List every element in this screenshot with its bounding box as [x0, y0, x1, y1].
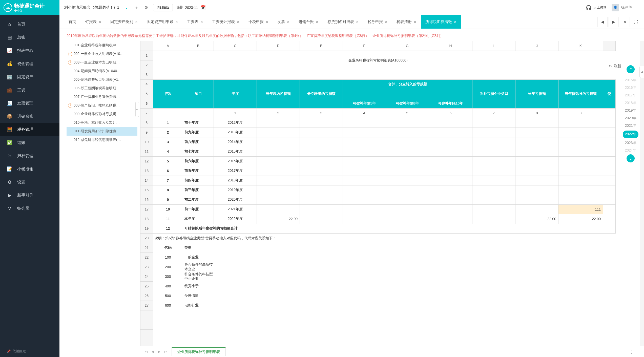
year-up-icon[interactable]: ⌃	[627, 65, 635, 73]
year-2021年[interactable]: 2021年	[621, 122, 640, 130]
headset-icon[interactable]: 🎧	[585, 4, 592, 11]
table-row[interactable]: 136前五年度2017年度	[140, 166, 616, 176]
switch-old-btn[interactable]: 切到旧版	[153, 4, 173, 11]
gear-icon[interactable]: ⚙	[142, 4, 150, 11]
sidebar-item-report[interactable]: 📝小畅报销	[0, 162, 59, 176]
tab-prev[interactable]: ◀	[597, 17, 608, 27]
table-row[interactable]: 92前九年度2013年度	[140, 128, 616, 137]
avatar-icon[interactable]: 👤	[612, 4, 619, 11]
close-icon[interactable]: ✕	[356, 20, 359, 24]
table-row[interactable]: 169前二年度2020年度	[140, 195, 616, 204]
sidebar-pin[interactable]: 📌取消固定	[0, 345, 59, 357]
close-icon[interactable]: ✕	[237, 20, 239, 24]
col-header[interactable]: F	[343, 41, 386, 51]
col-header[interactable]: C	[214, 41, 257, 51]
sidebar-item-invoice[interactable]: 🧾发票管理	[0, 97, 59, 110]
tree-item-004[interactable]: 004-期间费用明细表(A1040…	[67, 67, 137, 75]
close-icon[interactable]: ✕	[175, 20, 178, 24]
tab-工资表[interactable]: 工资表✕	[182, 15, 207, 29]
col-header[interactable]: I	[472, 41, 515, 51]
sidebar-item-guide[interactable]: ▶新手引导	[0, 189, 59, 202]
tree-item-011[interactable]: 011-研发费用加计扣除优惠…	[67, 127, 137, 136]
sidebar-item-vip[interactable]: V畅会员	[0, 202, 59, 215]
year-2020年[interactable]: 2020年	[621, 114, 640, 122]
tab-固定资产类别[interactable]: 固定资产类别✕	[106, 15, 142, 29]
tree-item-006[interactable]: 006-职工薪酬纳税调整明细…	[67, 84, 137, 93]
user-name[interactable]: 徐泽华	[621, 5, 632, 10]
table-row[interactable]: 125前六年度2016年度	[140, 156, 616, 166]
table-row[interactable]: 81前十年度2012年度	[140, 118, 616, 128]
tab-税务申报[interactable]: 税务申报✕	[363, 15, 392, 29]
close-icon[interactable]: ✕	[200, 20, 203, 24]
sidebar-item-stock[interactable]: 📦进销台账	[0, 110, 59, 123]
tree-item-002[interactable]: 002-一般企业收入明细表(A10…	[67, 50, 137, 58]
tab-存货别名对照表[interactable]: 存货别名对照表✕	[323, 15, 363, 29]
sidebar-item-fund[interactable]: 💰资金管理	[0, 57, 59, 70]
scrollbar-vertical[interactable]	[640, 41, 644, 346]
period-value[interactable]: 2023-11	[185, 6, 198, 10]
sheet-more-icon[interactable]: ⋮	[629, 349, 641, 354]
close-icon[interactable]: ✕	[385, 20, 387, 24]
tree-item-003[interactable]: 003-一般企业成本支出明细…	[67, 58, 137, 67]
col-header[interactable]: K	[558, 41, 603, 51]
tab-所得税汇算清缴[interactable]: 所得税汇算清缴✕	[421, 15, 461, 29]
sidebar-item-salary[interactable]: 💼工资	[0, 83, 59, 97]
tab-个税申报[interactable]: 个税申报✕	[244, 15, 273, 29]
col-header[interactable]: J	[515, 41, 558, 51]
tree-item-012[interactable]: 012-减免所得税优惠明细表(…	[67, 136, 137, 144]
tab-next[interactable]: ▶	[609, 17, 619, 27]
col-header[interactable]: E	[300, 41, 343, 51]
sidebar-item-home[interactable]: ⌂首页	[0, 18, 59, 31]
drawer-handle[interactable]: ◀	[639, 66, 644, 78]
col-header[interactable]: H	[429, 41, 472, 51]
company-dropdown[interactable]: ⌄	[123, 4, 130, 11]
sidebar-item-archive[interactable]: 🗂归档管理	[0, 149, 59, 162]
table-row[interactable]: 1710前一年度2021年度111	[140, 204, 616, 214]
sheet-tab[interactable]: 企业所得税弥补亏损明细表	[172, 347, 226, 356]
close-icon[interactable]: ✕	[135, 20, 138, 24]
tree-item-009[interactable]: 009-企业所得税弥补亏损明…	[67, 110, 137, 118]
fullscreen-icon[interactable]: ⛶	[631, 17, 641, 27]
tree-item-010[interactable]: 010-免税、减计收入及加计…	[67, 118, 137, 127]
tab-发票[interactable]: 发票✕	[273, 15, 294, 29]
tab-首页[interactable]: 首页	[64, 15, 81, 29]
col-header[interactable]: B	[183, 41, 214, 51]
sheet-next[interactable]: ▶	[156, 348, 162, 355]
table-row[interactable]: 147前四年度2018年度	[140, 176, 616, 185]
sidebar-item-close[interactable]: ✅结账	[0, 136, 59, 149]
spreadsheet[interactable]: ABCDEFGHIJK1企业所得税弥补亏损明细表(A106000)234行次项目…	[140, 41, 616, 346]
year-2019年[interactable]: 2019年	[621, 107, 640, 114]
sidebar-item-gear[interactable]: ⚙设置	[0, 176, 59, 189]
tab-close-all[interactable]: ✕	[620, 17, 630, 27]
table-row[interactable]: 114前七年度2015年度	[140, 147, 616, 156]
collapse-handle[interactable]: «	[135, 102, 139, 117]
tree-item-001[interactable]: 001-企业所得税年度纳税申…	[67, 41, 137, 50]
year-2023年[interactable]: 2023年	[621, 139, 640, 147]
sheet-prev[interactable]: ◀	[149, 348, 156, 355]
sidebar-item-tax[interactable]: 🧮税务管理	[0, 123, 59, 136]
sidebar-item-asset[interactable]: 🏢固定资产	[0, 70, 59, 83]
col-header[interactable]: A	[153, 41, 183, 51]
tab-税表清册[interactable]: 税表清册✕	[392, 15, 421, 29]
tab-钉报表[interactable]: 钉报表✕	[81, 15, 106, 29]
tab-进销台账[interactable]: 进销台账✕	[294, 15, 323, 29]
close-icon[interactable]: ✕	[99, 20, 101, 24]
tree-item-008[interactable]: 008-资产折旧、摊销及纳税…	[67, 101, 137, 110]
company-name[interactable]: 刘小艳演示账套（勿删勿动！）1	[64, 5, 119, 10]
tab-工资统计报表[interactable]: 工资统计报表✕	[207, 15, 244, 29]
tab-固定资产明细账[interactable]: 固定资产明细账✕	[142, 15, 182, 29]
close-icon[interactable]: ✕	[414, 20, 416, 24]
close-icon[interactable]: ✕	[287, 20, 289, 24]
year-down-icon[interactable]: ⌄	[627, 154, 635, 162]
close-icon[interactable]: ✕	[454, 20, 456, 24]
add-icon[interactable]: ＋	[133, 4, 140, 11]
sidebar-item-chart[interactable]: 📈报表中心	[0, 44, 59, 57]
year-2022年[interactable]: 2022年	[623, 131, 638, 138]
sidebar-item-ledger[interactable]: ▤总账	[0, 31, 59, 44]
col-header[interactable]: G	[386, 41, 429, 51]
close-icon[interactable]: ✕	[316, 20, 318, 24]
table-row[interactable]: 103前八年度2014年度	[140, 137, 616, 147]
close-icon[interactable]: ✕	[266, 20, 268, 24]
consult-label[interactable]: 人工咨询	[593, 5, 607, 10]
sheet-last[interactable]: ⏭	[162, 348, 169, 355]
